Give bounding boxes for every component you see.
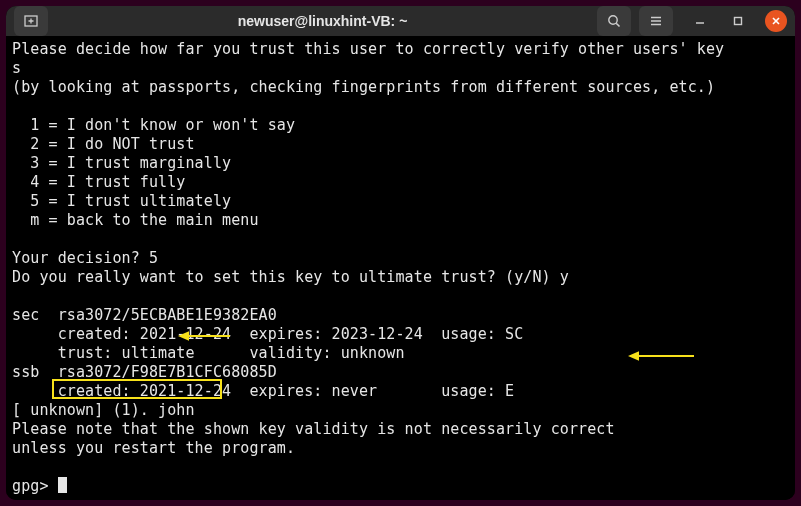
minimize-icon bbox=[695, 16, 705, 26]
search-icon bbox=[606, 13, 622, 29]
hamburger-icon bbox=[648, 13, 664, 29]
terminal-line bbox=[12, 97, 789, 116]
terminal-line: [ unknown] (1). john bbox=[12, 401, 789, 420]
terminal-line: trust: ultimate validity: unknown bbox=[12, 344, 789, 363]
terminal-line: 3 = I trust marginally bbox=[12, 154, 789, 173]
terminal-line: ssb rsa3072/F98E7B1CFC68085D bbox=[12, 363, 789, 382]
terminal-line: m = back to the main menu bbox=[12, 211, 789, 230]
terminal-line: created: 2021-12-24 expires: never usage… bbox=[12, 382, 789, 401]
terminal-line bbox=[12, 458, 789, 477]
terminal-line: s bbox=[12, 59, 789, 78]
svg-point-3 bbox=[609, 16, 617, 24]
terminal-line: Please decide how far you trust this use… bbox=[12, 40, 789, 59]
terminal-line: (by looking at passports, checking finge… bbox=[12, 78, 789, 97]
terminal-prompt-line[interactable]: gpg> bbox=[12, 477, 789, 496]
maximize-button[interactable] bbox=[727, 10, 749, 32]
close-button[interactable] bbox=[765, 10, 787, 32]
terminal-line: Do you really want to set this key to ul… bbox=[12, 268, 789, 287]
search-button[interactable] bbox=[597, 6, 631, 36]
maximize-icon bbox=[733, 16, 743, 26]
menu-button[interactable] bbox=[639, 6, 673, 36]
terminal-line: created: 2021-12-24 expires: 2023-12-24 … bbox=[12, 325, 789, 344]
terminal-line: Your decision? 5 bbox=[12, 249, 789, 268]
svg-rect-9 bbox=[735, 18, 742, 25]
terminal-line: 5 = I trust ultimately bbox=[12, 192, 789, 211]
terminal-line: 2 = I do NOT trust bbox=[12, 135, 789, 154]
terminal-line: 4 = I trust fully bbox=[12, 173, 789, 192]
window-title: newuser@linuxhint-VB: ~ bbox=[56, 13, 589, 29]
minimize-button[interactable] bbox=[689, 10, 711, 32]
terminal-line: sec rsa3072/5ECBABE1E9382EA0 bbox=[12, 306, 789, 325]
terminal-output[interactable]: Please decide how far you trust this use… bbox=[6, 36, 795, 500]
terminal-line bbox=[12, 287, 789, 306]
new-tab-button[interactable] bbox=[14, 6, 48, 36]
terminal-line: Please note that the shown key validity … bbox=[12, 420, 789, 439]
terminal-line bbox=[12, 230, 789, 249]
terminal-window: newuser@linuxhint-VB: ~ Please decide ho… bbox=[6, 6, 795, 500]
prompt-text: gpg> bbox=[12, 477, 58, 495]
new-tab-icon bbox=[23, 13, 39, 29]
svg-line-4 bbox=[616, 23, 619, 26]
titlebar: newuser@linuxhint-VB: ~ bbox=[6, 6, 795, 36]
titlebar-right bbox=[597, 6, 787, 36]
terminal-line: 1 = I don't know or won't say bbox=[12, 116, 789, 135]
close-icon bbox=[771, 16, 781, 26]
cursor bbox=[58, 477, 67, 493]
terminal-line: unless you restart the program. bbox=[12, 439, 789, 458]
